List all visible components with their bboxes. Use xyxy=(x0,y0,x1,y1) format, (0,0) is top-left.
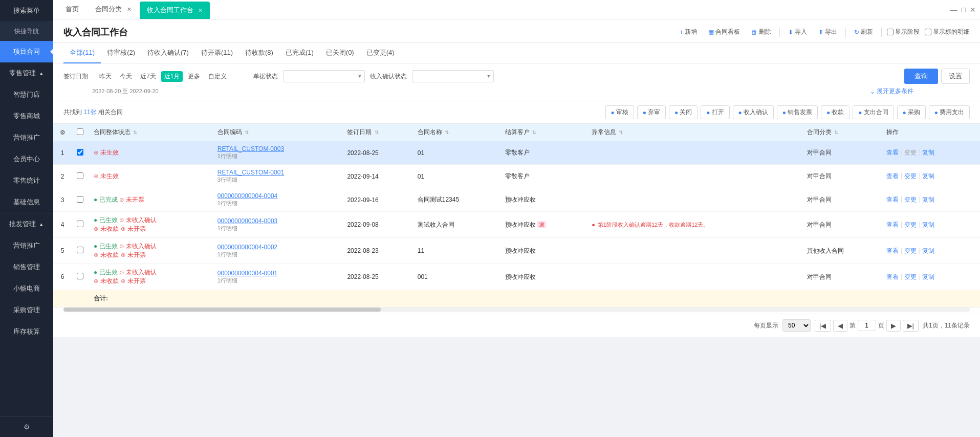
query-btn[interactable]: 查询 xyxy=(904,69,938,84)
maximize-btn[interactable]: □ xyxy=(962,6,966,14)
row5-view-link[interactable]: 查看 xyxy=(886,247,899,255)
row6-change-link[interactable]: 变更 xyxy=(904,273,917,281)
import-btn[interactable]: ⬇ 导入 xyxy=(785,26,810,38)
first-page-btn[interactable]: |◀ xyxy=(815,320,831,332)
sidebar-item-project[interactable]: 项目合同 xyxy=(0,41,53,62)
row4-change-link[interactable]: 变更 xyxy=(904,221,917,229)
row2-copy-link[interactable]: 复制 xyxy=(922,172,934,181)
row3-checkbox-input[interactable] xyxy=(77,196,83,203)
sidebar-settings[interactable]: ⚙ xyxy=(0,416,53,437)
select-all-checkbox[interactable] xyxy=(77,128,83,135)
row6-checkbox[interactable] xyxy=(72,264,89,290)
row1-checkbox-input[interactable] xyxy=(77,149,83,156)
row5-change-link[interactable]: 变更 xyxy=(904,247,917,255)
sidebar-item-retail-mall[interactable]: 零售商城 xyxy=(0,105,53,127)
sidebar-item-basic-info[interactable]: 基础信息 xyxy=(0,191,53,213)
sub-tab-changed[interactable]: 已变更(4) xyxy=(360,43,401,63)
date-btn-last1month[interactable]: 近1月 xyxy=(161,71,183,82)
sub-tab-pending-income-confirm[interactable]: 待收入确认(7) xyxy=(141,43,195,63)
row1-checkbox[interactable] xyxy=(72,141,89,165)
sidebar-item-marketing[interactable]: 营销推广 xyxy=(0,127,53,148)
row4-checkbox-input[interactable] xyxy=(77,221,83,227)
sub-tab-closed[interactable]: 已关闭(0) xyxy=(320,43,360,63)
row4-checkbox[interactable] xyxy=(72,212,89,238)
row6-code-link[interactable]: 0000000000004-0001 xyxy=(217,270,277,277)
income-confirm-btn[interactable]: ● 收入确认 xyxy=(733,105,774,119)
open-btn[interactable]: ● 打开 xyxy=(701,105,729,119)
tab-income-workbench-close[interactable]: ✕ xyxy=(198,7,203,13)
abandon-btn[interactable]: ● 弃审 xyxy=(637,105,666,119)
row4-copy-link[interactable]: 复制 xyxy=(922,221,934,229)
row3-code-link[interactable]: 0000000000004-0004 xyxy=(217,192,277,200)
sidebar-item-member[interactable]: 会员中心 xyxy=(0,148,53,170)
last-page-btn[interactable]: ▶| xyxy=(903,320,919,332)
scrollbar-thumb[interactable] xyxy=(63,308,381,312)
show-detail-checkbox[interactable] xyxy=(925,29,931,35)
row1-change-link[interactable]: 变更 xyxy=(904,148,917,157)
refresh-btn[interactable]: ↻ 刷新 xyxy=(851,26,876,38)
page-size-select[interactable]: 20 50 100 xyxy=(782,319,811,332)
sales-invoice-btn[interactable]: ● 销售发票 xyxy=(777,105,818,119)
row1-code-link[interactable]: RETAIL_CUSTOM-0003 xyxy=(217,145,284,152)
page-input[interactable] xyxy=(858,320,876,331)
row4-code-link[interactable]: 0000000000004-0003 xyxy=(217,217,277,225)
date-btn-yesterday[interactable]: 昨天 xyxy=(96,71,115,82)
sidebar-item-sales-mgmt[interactable]: 销售管理 xyxy=(0,256,53,278)
minimize-btn[interactable]: — xyxy=(950,6,957,14)
row1-view-link[interactable]: 查看 xyxy=(886,148,899,157)
tab-home[interactable]: 首页 xyxy=(57,1,87,19)
row3-view-link[interactable]: 查看 xyxy=(886,195,899,204)
next-page-btn[interactable]: ▶ xyxy=(886,320,901,332)
row6-checkbox-input[interactable] xyxy=(77,273,83,279)
doc-status-select[interactable] xyxy=(283,70,365,82)
row3-change-link[interactable]: 变更 xyxy=(904,195,917,204)
contract-panel-btn[interactable]: ▦ 合同看板 xyxy=(705,26,743,38)
tab-contract-category-close[interactable]: ✕ xyxy=(127,6,132,12)
row3-checkbox[interactable] xyxy=(72,188,89,212)
row6-copy-link[interactable]: 复制 xyxy=(922,273,934,281)
expand-conditions-btn[interactable]: ⌄ 展开更多条件 xyxy=(870,87,913,96)
row2-checkbox[interactable] xyxy=(72,165,89,188)
tab-income-workbench[interactable]: 收入合同工作台 ✕ xyxy=(140,2,210,19)
expense-out-btn[interactable]: ● 费用支出 xyxy=(929,105,970,119)
purchase-btn[interactable]: ● 采购 xyxy=(897,105,926,119)
date-btn-custom[interactable]: 自定义 xyxy=(205,71,230,82)
sub-tab-pending-invoice[interactable]: 待开票(11) xyxy=(195,43,239,63)
sidebar-item-batch-mgmt[interactable]: 批发管理 ▲ xyxy=(0,213,53,235)
row6-view-link[interactable]: 查看 xyxy=(886,273,899,281)
close-contract-btn[interactable]: ● 关闭 xyxy=(669,105,698,119)
tab-contract-category[interactable]: 合同分类 ✕ xyxy=(87,1,140,19)
sub-tab-completed[interactable]: 已完成(1) xyxy=(279,43,320,63)
prev-page-btn[interactable]: ◀ xyxy=(833,320,847,332)
show-detail-checkbox-wrap[interactable]: 显示标的明细 xyxy=(925,28,970,36)
date-btn-more[interactable]: 更多 xyxy=(185,71,203,82)
row2-change-link[interactable]: 变更 xyxy=(904,172,917,181)
row4-view-link[interactable]: 查看 xyxy=(886,221,899,229)
sidebar-search[interactable]: 搜索菜单 xyxy=(0,0,53,22)
collection-btn[interactable]: ● 收款 xyxy=(821,105,850,119)
close-btn[interactable]: ✕ xyxy=(970,6,976,14)
row5-code-link[interactable]: 0000000000004-0002 xyxy=(217,244,277,251)
row2-checkbox-input[interactable] xyxy=(77,172,83,179)
horizontal-scrollbar[interactable] xyxy=(63,308,970,312)
sidebar-item-marketing2[interactable]: 营销推广 xyxy=(0,235,53,256)
delete-btn[interactable]: 🗑 删除 xyxy=(748,26,774,38)
show-stage-checkbox-wrap[interactable]: 显示阶段 xyxy=(887,28,920,36)
sidebar-item-smart-store[interactable]: 智慧门店 xyxy=(0,84,53,105)
sidebar-quick-nav[interactable]: 快捷导航 xyxy=(0,22,53,41)
review-btn[interactable]: ● 审核 xyxy=(605,105,634,119)
row2-view-link[interactable]: 查看 xyxy=(886,172,899,181)
out-contract-btn[interactable]: ● 支出合同 xyxy=(853,105,894,119)
income-confirm-select[interactable] xyxy=(412,70,494,82)
sub-tab-pending-review[interactable]: 待审核(2) xyxy=(101,43,141,63)
sidebar-item-xiaochang[interactable]: 小畅电商 xyxy=(0,278,53,299)
sidebar-item-purchase[interactable]: 采购管理 xyxy=(0,299,53,321)
date-btn-last7[interactable]: 近7天 xyxy=(137,71,159,82)
set-btn[interactable]: 设置 xyxy=(941,69,970,84)
row5-checkbox[interactable] xyxy=(72,238,89,264)
col-settings[interactable]: ⚙ xyxy=(53,124,72,141)
show-stage-checkbox[interactable] xyxy=(887,29,894,35)
new-btn[interactable]: + 新增 xyxy=(677,26,700,38)
sidebar-item-retail-mgmt[interactable]: 零售管理 ▲ xyxy=(0,62,53,84)
date-btn-today[interactable]: 今天 xyxy=(117,71,135,82)
